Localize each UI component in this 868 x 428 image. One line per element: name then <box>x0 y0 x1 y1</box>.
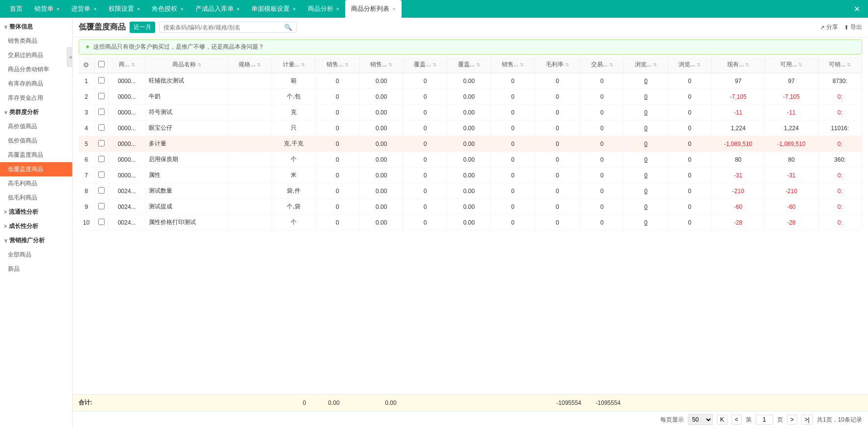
sidebar-item-low-coverage[interactable]: 低覆盖度商品 <box>0 162 72 176</box>
cell-checkbox[interactable] <box>94 168 108 183</box>
settings-icon[interactable]: ⚙ <box>83 61 89 69</box>
nav-close-role[interactable]: × <box>180 0 183 18</box>
first-page-btn[interactable]: K <box>717 415 728 425</box>
sidebar-item-low-value[interactable]: 低价值商品 <box>0 134 72 148</box>
select-all-checkbox[interactable] <box>98 61 105 67</box>
sidebar-item-all-goods[interactable]: 全部商品 <box>0 248 72 262</box>
period-button[interactable]: 近一月 <box>130 22 155 33</box>
nav-purchase[interactable]: 进货单 × <box>65 0 102 18</box>
window-close-btn[interactable]: ✕ <box>850 4 864 14</box>
nav-close-analysis[interactable]: × <box>336 0 339 18</box>
sidebar-item-new-goods[interactable]: 新品 <box>0 262 72 276</box>
row-checkbox[interactable] <box>98 93 105 99</box>
nav-analysis-list[interactable]: 商品分析列表 × <box>345 0 401 18</box>
th-sales-qty-sort[interactable]: ⇅ <box>345 62 349 67</box>
cell-checkbox[interactable] <box>94 152 108 168</box>
cell-checkbox[interactable] <box>94 215 108 230</box>
row-checkbox[interactable] <box>98 77 105 84</box>
prev-page-btn[interactable]: < <box>732 415 742 425</box>
cell-checkbox[interactable] <box>94 183 108 199</box>
last-page-btn[interactable]: >| <box>801 415 813 425</box>
sidebar-section-cluster[interactable]: ∨类群度分析 <box>0 105 72 119</box>
sidebar-item-high-gross[interactable]: 高毛利商品 <box>0 176 72 191</box>
th-available-stock-sort[interactable]: ⇅ <box>798 62 802 67</box>
nav-close-template[interactable]: × <box>293 0 296 18</box>
row-checkbox[interactable] <box>98 140 105 146</box>
export-btn[interactable]: ⬆ 导出 <box>844 23 862 31</box>
th-saleable-sort[interactable]: ⇅ <box>847 62 851 67</box>
sidebar-item-stock-capital[interactable]: 库存资金占用 <box>0 91 72 105</box>
nav-permission[interactable]: 权限设置 × <box>103 0 146 18</box>
row-checkbox[interactable] <box>98 203 105 209</box>
th-coverage2-sort[interactable]: ⇅ <box>476 62 480 67</box>
th-view1-sort[interactable]: ⇅ <box>653 62 657 67</box>
cell-checkbox[interactable] <box>94 136 108 152</box>
sidebar-item-high-value[interactable]: 高价值商品 <box>0 119 72 134</box>
cell-view1[interactable]: 0 <box>624 105 668 120</box>
th-current-stock-sort[interactable]: ⇅ <box>745 62 749 67</box>
cell-view1[interactable]: 0 <box>624 73 668 89</box>
row-checkbox[interactable] <box>98 156 105 162</box>
th-code-sort[interactable]: ⇅ <box>131 62 135 67</box>
nav-close-permission[interactable]: × <box>137 0 140 18</box>
nav-sales[interactable]: 销货单 × <box>28 0 65 18</box>
nav-role[interactable]: 角色授权 × <box>146 0 189 18</box>
cell-view1[interactable]: 0 <box>624 136 668 152</box>
th-view2-sort[interactable]: ⇅ <box>697 62 701 67</box>
th-gross-rate-sort[interactable]: ⇅ <box>565 62 569 67</box>
th-spec-sort[interactable]: ⇅ <box>257 62 261 67</box>
sidebar-section-marketing[interactable]: ∨营销推广分析 <box>0 233 72 248</box>
th-settings[interactable]: ⚙ <box>79 57 94 73</box>
cell-checkbox[interactable] <box>94 199 108 215</box>
cell-view1[interactable]: 0 <box>624 152 668 168</box>
sidebar-item-high-coverage[interactable]: 高覆盖度商品 <box>0 148 72 162</box>
th-name-sort[interactable]: ⇅ <box>197 62 201 67</box>
nav-product-in[interactable]: 产成品入库单 × <box>190 0 245 18</box>
sidebar-item-stock-goods[interactable]: 有库存的商品 <box>0 77 72 91</box>
th-sales-amt-sort[interactable]: ⇅ <box>388 62 392 67</box>
cell-checkbox[interactable] <box>94 120 108 136</box>
search-input[interactable] <box>163 24 282 31</box>
row-checkbox[interactable] <box>98 171 105 178</box>
row-checkbox[interactable] <box>98 219 105 225</box>
th-coverage1-sort[interactable]: ⇅ <box>433 62 436 67</box>
sidebar-item-traded-goods[interactable]: 交易过的商品 <box>0 48 72 62</box>
share-btn[interactable]: ↗ 分享 <box>820 23 838 31</box>
cell-view1[interactable]: 0 <box>624 89 668 105</box>
content-area: 低覆盖度商品 近一月 🔍 ↗ 分享 ⬆ 导出 ✦ 这些商品只有很少客户购买过，是… <box>73 18 868 428</box>
sidebar-collapse-btn[interactable]: « <box>67 47 73 67</box>
sidebar-section-overall[interactable]: ∨整体信息 <box>0 20 72 34</box>
cell-view1[interactable]: 0 <box>624 199 668 215</box>
next-page-btn[interactable]: > <box>787 415 797 425</box>
sidebar-item-sales-goods[interactable]: 销售类商品 <box>0 34 72 48</box>
row-checkbox[interactable] <box>98 124 105 131</box>
cell-view1[interactable]: 0 <box>624 168 668 183</box>
cell-checkbox[interactable] <box>94 89 108 105</box>
th-unit-sort[interactable]: ⇅ <box>301 62 305 67</box>
cell-checkbox[interactable] <box>94 105 108 120</box>
row-checkbox[interactable] <box>98 187 105 194</box>
cell-view1[interactable]: 0 <box>624 215 668 230</box>
nav-close-analysis-list[interactable]: × <box>392 0 395 18</box>
cell-view1[interactable]: 0 <box>624 120 668 136</box>
table-row: 5 0000... 多计量 克,千克 0 0.00 0 0.00 0 0 0 0… <box>79 136 862 152</box>
sidebar-section-growth[interactable]: >成长性分析 <box>0 219 72 233</box>
cell-checkbox[interactable] <box>94 73 108 89</box>
nav-analysis[interactable]: 商品分析 × <box>302 0 345 18</box>
nav-close-sales[interactable]: × <box>56 0 59 18</box>
nav-close-product-in[interactable]: × <box>237 0 240 18</box>
sidebar-item-category-rate[interactable]: 商品分类动销率 <box>0 62 72 77</box>
page-input[interactable] <box>756 415 773 425</box>
sidebar-section-liquidity[interactable]: >流通性分析 <box>0 205 72 219</box>
th-trade-sort[interactable]: ⇅ <box>609 62 613 67</box>
search-icon[interactable]: 🔍 <box>284 24 292 31</box>
th-sales-rate-sort[interactable]: ⇅ <box>520 62 524 67</box>
nav-home[interactable]: 首页 <box>4 0 28 18</box>
row-checkbox[interactable] <box>98 109 105 115</box>
cell-gross-rate: 0 <box>535 199 580 215</box>
cell-view1[interactable]: 0 <box>624 183 668 199</box>
nav-template[interactable]: 单据模板设置 × <box>245 0 301 18</box>
nav-close-purchase[interactable]: × <box>93 0 96 18</box>
sidebar-item-low-gross[interactable]: 低毛利商品 <box>0 191 72 205</box>
page-size-select[interactable]: 50 100 200 <box>688 414 713 425</box>
